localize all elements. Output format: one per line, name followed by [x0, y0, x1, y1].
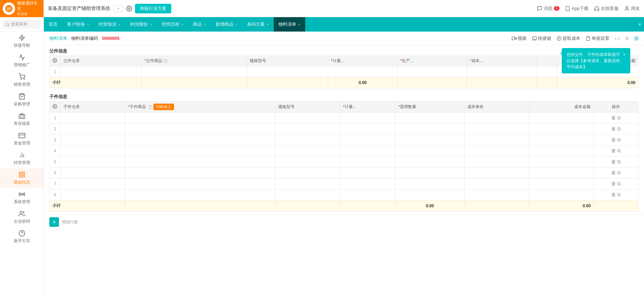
- child-col-settings[interactable]: [50, 102, 61, 113]
- delete-row-btn[interactable]: 🗑: [611, 159, 616, 165]
- sidebar-item-finance[interactable]: 资金管理: [0, 129, 44, 149]
- child-qty-cell[interactable]: [395, 113, 465, 124]
- trial-btn[interactable]: 体验行业方案: [135, 4, 171, 13]
- tab-operations[interactable]: 经营情况 ×: [94, 17, 125, 32]
- sidebar-item-sales[interactable]: 销售管理: [0, 71, 44, 90]
- shortcut-btn[interactable]: 快捷键: [532, 35, 551, 42]
- tab-products-close[interactable]: ×: [204, 23, 206, 26]
- child-product-cell[interactable]: [125, 156, 275, 167]
- child-qty-cell[interactable]: [395, 135, 465, 145]
- extract-cost-btn[interactable]: 提取成本: [557, 35, 580, 42]
- copy-row-btn[interactable]: ⧉: [617, 181, 621, 187]
- close-all-tabs[interactable]: ×: [636, 22, 644, 27]
- child-qty-cell[interactable]: [395, 189, 465, 200]
- child-unit-cell[interactable]: [340, 135, 395, 145]
- copy-row-btn[interactable]: ⧉: [617, 170, 621, 176]
- child-product-cell[interactable]: [125, 113, 275, 124]
- child-spec-cell[interactable]: [275, 135, 340, 145]
- child-warehouse-cell[interactable]: [61, 124, 125, 135]
- child-warehouse-cell[interactable]: [61, 145, 125, 156]
- tab-barcode-close[interactable]: ×: [267, 23, 269, 26]
- child-unit-cell[interactable]: [340, 156, 395, 167]
- parent-product-cell[interactable]: [141, 66, 247, 77]
- next-arrow[interactable]: ›: [618, 35, 620, 42]
- child-qty-cell[interactable]: [395, 145, 465, 156]
- delete-row-btn[interactable]: 🗑: [611, 181, 616, 187]
- tab-operations-close[interactable]: ×: [119, 23, 121, 26]
- copy-row-btn[interactable]: ⧉: [617, 159, 621, 165]
- tab-history-close[interactable]: ×: [182, 23, 184, 26]
- copy-row-btn[interactable]: ⧉: [617, 192, 621, 198]
- child-warehouse-cell[interactable]: [61, 189, 125, 200]
- delete-row-btn[interactable]: 🗑: [611, 126, 616, 132]
- child-unit-cell[interactable]: [340, 167, 395, 178]
- sidebar-item-guide[interactable]: 新手引导: [0, 227, 44, 247]
- list-view-btn[interactable]: ≡: [626, 35, 629, 42]
- sidebar-item-marketing[interactable]: 营销推广: [0, 51, 44, 71]
- child-product-cell[interactable]: [125, 124, 275, 135]
- settings-icon[interactable]: [126, 5, 132, 12]
- child-warehouse-cell[interactable]: [61, 113, 125, 124]
- tab-profit-close[interactable]: ×: [150, 23, 152, 26]
- child-qty-cell[interactable]: [395, 124, 465, 135]
- child-warehouse-cell[interactable]: [61, 178, 125, 189]
- sidebar-item-quick-nav[interactable]: 快捷导航: [0, 32, 44, 51]
- parent-spec-cell[interactable]: [247, 66, 328, 77]
- delete-row-btn[interactable]: 🗑: [611, 115, 616, 121]
- child-unit-cost-cell[interactable]: [465, 167, 529, 178]
- delete-row-btn[interactable]: 🗑: [611, 137, 616, 143]
- copy-row-btn[interactable]: ⧉: [617, 148, 621, 154]
- child-unit-cost-cell[interactable]: [465, 124, 529, 135]
- child-spec-cell[interactable]: [275, 167, 340, 178]
- tab-new-product[interactable]: 新增商品 ×: [211, 17, 242, 32]
- child-qty-cell[interactable]: [395, 167, 465, 178]
- child-product-cell[interactable]: [125, 189, 275, 200]
- copy-row-btn[interactable]: ⧉: [617, 137, 621, 143]
- sidebar-item-enterprise[interactable]: 企业协同: [0, 208, 44, 227]
- child-product-cell[interactable]: [125, 167, 275, 178]
- tab-bom-close[interactable]: ×: [298, 23, 300, 26]
- delete-row-btn[interactable]: 🗑: [611, 192, 616, 198]
- child-spec-cell[interactable]: [275, 156, 340, 167]
- breadcrumb-parent[interactable]: 物料清单: [49, 35, 67, 42]
- tab-products[interactable]: 商品 ×: [188, 17, 211, 32]
- tab-history[interactable]: 经营历程 ×: [157, 17, 188, 32]
- parent-col-settings[interactable]: [50, 56, 61, 66]
- tooltip-close-btn[interactable]: ×: [623, 51, 626, 58]
- child-spec-cell[interactable]: [275, 189, 340, 200]
- child-warehouse-cell[interactable]: [61, 135, 125, 145]
- scan-input-btn[interactable]: 扫码录入: [153, 104, 174, 110]
- delete-row-btn[interactable]: 🗑: [611, 170, 616, 176]
- child-product-cell[interactable]: [125, 145, 275, 156]
- message-btn[interactable]: 消息 6: [537, 5, 559, 12]
- tab-new-product-close[interactable]: ×: [235, 23, 237, 26]
- child-warehouse-cell[interactable]: [61, 167, 125, 178]
- child-spec-cell[interactable]: [275, 124, 340, 135]
- child-unit-cell[interactable]: [340, 145, 395, 156]
- parent-prod-cell[interactable]: [397, 66, 467, 77]
- tab-bom[interactable]: 物料清单 ×: [274, 17, 305, 32]
- sidebar-item-purchase[interactable]: 采购管理: [0, 90, 44, 110]
- child-unit-cost-cell[interactable]: [465, 156, 529, 167]
- child-unit-cell[interactable]: [340, 113, 395, 124]
- child-unit-cell[interactable]: [340, 189, 395, 200]
- child-product-cell[interactable]: [125, 178, 275, 189]
- child-spec-cell[interactable]: [275, 145, 340, 156]
- child-spec-cell[interactable]: [275, 178, 340, 189]
- child-unit-cost-cell[interactable]: [465, 135, 529, 145]
- child-unit-cost-cell[interactable]: [465, 113, 529, 124]
- sidebar-item-inventory[interactable]: 库存核算: [0, 110, 44, 129]
- tab-home[interactable]: 首页: [44, 17, 62, 32]
- online-service-btn[interactable]: 在线客服: [594, 5, 619, 12]
- child-qty-cell[interactable]: [395, 178, 465, 189]
- child-unit-cost-cell[interactable]: [465, 145, 529, 156]
- child-product-cell[interactable]: [125, 135, 275, 145]
- sidebar-item-system[interactable]: 系统管理: [0, 188, 44, 208]
- sidebar-item-basic-info[interactable]: 基础信息: [0, 168, 44, 188]
- delete-row-btn[interactable]: 🗑: [611, 148, 616, 154]
- parent-unit-cell[interactable]: [328, 66, 397, 77]
- single-settings-btn[interactable]: 单据设置: [586, 35, 609, 42]
- app-download-btn[interactable]: App下载: [565, 5, 589, 12]
- grid-view-btn[interactable]: ⊞: [634, 35, 639, 42]
- system-selector[interactable]: [113, 5, 123, 12]
